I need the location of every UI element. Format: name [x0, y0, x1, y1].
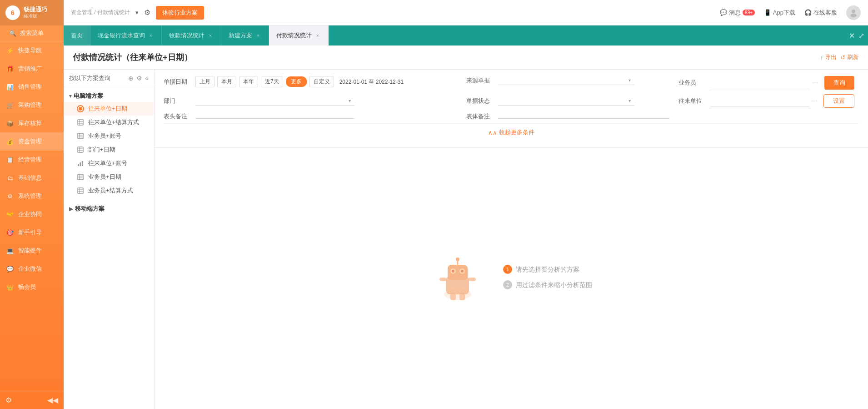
partner-label: 往来单位: [678, 97, 710, 105]
table-head-note-input[interactable]: [195, 115, 354, 119]
sidebar-item-sales[interactable]: 📊 销售管理: [0, 78, 64, 96]
pc-group-header[interactable]: ▾ 电脑端方案: [64, 90, 154, 102]
scheme-label: 往来单位+账号: [88, 159, 127, 167]
step2-number: 2: [503, 280, 512, 289]
partner-dots-icon[interactable]: ···: [809, 97, 819, 105]
custom-date-btn[interactable]: 自定义: [309, 76, 334, 87]
sidebar-item-guide[interactable]: 🎯 新手引导: [0, 223, 64, 242]
scheme-item-salesman-account[interactable]: 业务员+账号: [64, 129, 154, 143]
scheme-settings-icon[interactable]: ⚙: [136, 75, 142, 82]
svg-rect-16: [78, 164, 79, 166]
source-select[interactable]: ▾: [498, 76, 634, 85]
topbar-right: 💬 消息 99+ 📱 App下载 🎧 在线客服: [720, 5, 861, 20]
quick-nav-icon: ⚡: [5, 46, 15, 55]
scheme-label: 部门+日期: [88, 146, 115, 154]
tab-new-scheme[interactable]: 新建方案 ×: [221, 25, 269, 45]
query-button[interactable]: 查询: [824, 76, 854, 90]
sidebar-item-quick-nav[interactable]: ⚡ 快捷导航: [0, 41, 64, 60]
tab-close-icon[interactable]: ×: [255, 32, 261, 39]
tab-close-icon[interactable]: ×: [314, 32, 321, 39]
wechat-icon: 💬: [5, 264, 15, 273]
tab-cash[interactable]: 现金银行流水查询 ×: [90, 25, 162, 45]
sales-icon: 📊: [5, 82, 15, 91]
collapse-sidebar-icon[interactable]: ◀◀: [47, 396, 58, 404]
this-month-btn[interactable]: 本月: [217, 76, 236, 87]
last-7days-btn[interactable]: 近7天: [261, 76, 283, 87]
last-month-btn[interactable]: 上月: [195, 76, 215, 87]
sidebar-item-label: 智能硬件: [18, 247, 42, 255]
collab-icon: 🤝: [5, 210, 15, 219]
tab-home[interactable]: 首页: [64, 25, 90, 45]
scheme-item-dept-date[interactable]: 部门+日期: [64, 143, 154, 157]
app-name: 畅捷通巧: [24, 6, 47, 13]
table-body-note-input[interactable]: [498, 115, 669, 119]
table-body-note-label: 表体备注: [466, 112, 498, 121]
empty-illustration: [430, 251, 485, 306]
refresh-label: 刷新: [847, 53, 859, 61]
svg-point-3: [79, 107, 82, 111]
pc-scheme-group: ▾ 电脑端方案 往来单位+日期 往来单位+结算方式: [64, 87, 154, 200]
tabbar: 首页 现金银行流水查询 × 收款情况统计 × 新建方案 × 付款情况统计 × ✕…: [64, 25, 868, 45]
sidebar-item-wechat[interactable]: 💬 企业微信: [0, 260, 64, 278]
trial-button[interactable]: 体验行业方案: [156, 6, 204, 20]
salesman-input[interactable]: [710, 77, 810, 88]
message-badge: 99+: [743, 10, 755, 15]
empty-step-1: 1 请先选择要分析的方案: [503, 263, 592, 276]
system-icon: ⚙: [5, 192, 15, 201]
scheme-item-salesman-settlement[interactable]: 业务员+结算方式: [64, 184, 154, 197]
user-avatar[interactable]: [846, 5, 861, 20]
salesman-dots-icon[interactable]: ···: [810, 79, 820, 87]
sidebar-item-inventory[interactable]: 📦 库存核算: [0, 114, 64, 132]
status-select[interactable]: ▾: [498, 96, 634, 106]
purchase-icon: 🛒: [5, 101, 15, 110]
status-label: 单据状态: [466, 97, 498, 105]
scheme-item-salesman-date[interactable]: 业务员+日期: [64, 170, 154, 184]
tab-payment[interactable]: 付款情况统计 ×: [269, 25, 329, 45]
scheme-label: 业务员+账号: [88, 132, 121, 140]
topbar-settings-icon[interactable]: ⚙: [144, 8, 150, 17]
breadcrumb-dropdown[interactable]: ▾: [135, 9, 139, 16]
close-all-tabs-icon[interactable]: ✕: [849, 31, 855, 40]
settings-button[interactable]: 设置: [823, 94, 854, 108]
tab-close-icon[interactable]: ×: [148, 32, 154, 39]
salesman-label: 业务员: [678, 79, 710, 87]
sidebar-item-basic-info[interactable]: 🗂 基础信息: [0, 169, 64, 187]
this-year-btn[interactable]: 本年: [239, 76, 258, 87]
online-service-button[interactable]: 🎧 在线客服: [804, 9, 837, 17]
collapse-more-button[interactable]: ∧∧ 收起更多条件: [164, 123, 859, 141]
search-menu-item[interactable]: 🔍 搜索菜单: [0, 25, 64, 41]
sidebar-item-finance[interactable]: 💰 资金管理: [0, 132, 64, 151]
mobile-group-header[interactable]: ▶ 移动端方案: [64, 203, 154, 215]
partner-input[interactable]: [710, 96, 809, 106]
svg-rect-23: [78, 188, 83, 193]
page-header-actions: ↑ 导出 ↺ 刷新: [820, 53, 859, 61]
collapse-panel-icon[interactable]: «: [145, 75, 149, 82]
more-date-btn[interactable]: 更多: [286, 76, 307, 87]
chevron-down-icon: ▾: [349, 98, 351, 103]
refresh-button[interactable]: ↺ 刷新: [840, 53, 859, 61]
sidebar-item-system[interactable]: ⚙ 系统管理: [0, 187, 64, 205]
sidebar-item-vip[interactable]: 👑 畅会员: [0, 278, 64, 296]
step1-text: 请先选择要分析的方案: [516, 263, 579, 276]
app-download-button[interactable]: 📱 App下载: [764, 9, 795, 17]
scheme-item-partner-account[interactable]: 往来单位+账号: [64, 157, 154, 170]
export-button[interactable]: ↑ 导出: [820, 53, 837, 61]
tab-receipt[interactable]: 收款情况统计 ×: [162, 25, 221, 45]
chevron-down-icon: ▾: [135, 9, 139, 16]
sidebar-item-marketing[interactable]: 🎁 营销推广: [0, 60, 64, 78]
svg-rect-37: [469, 278, 476, 281]
sidebar-item-collab[interactable]: 🤝 企业协同: [0, 205, 64, 223]
svg-rect-29: [448, 265, 468, 280]
sidebar-item-hardware[interactable]: 💻 智能硬件: [0, 242, 64, 260]
tab-close-icon[interactable]: ×: [207, 32, 214, 39]
sidebar-item-purchase[interactable]: 🛒 采购管理: [0, 96, 64, 114]
scheme-item-partner-date[interactable]: 往来单位+日期: [64, 102, 154, 116]
sidebar-item-operation[interactable]: 📋 经营管理: [0, 151, 64, 169]
scheme-item-partner-settlement[interactable]: 往来单位+结算方式: [64, 116, 154, 129]
message-icon: 💬: [720, 9, 727, 16]
expand-tab-icon[interactable]: ⤢: [858, 31, 864, 40]
dept-select[interactable]: ▾: [195, 96, 354, 106]
message-button[interactable]: 💬 消息 99+: [720, 9, 755, 17]
add-scheme-button[interactable]: ⊕: [128, 75, 134, 82]
settings-bottom-icon[interactable]: ⚙: [5, 396, 12, 404]
